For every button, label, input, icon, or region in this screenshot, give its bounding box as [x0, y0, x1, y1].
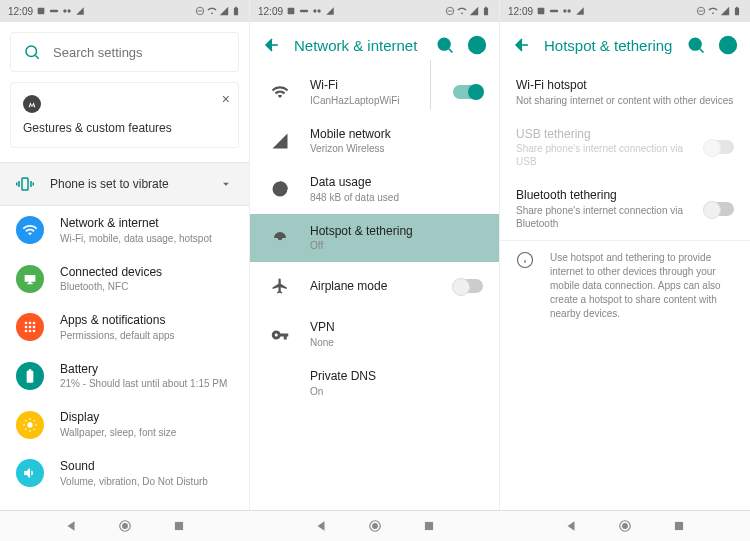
item-usb-tethering: USB tetheringShare phone's internet conn…: [500, 117, 750, 179]
nav-home-icon[interactable]: [368, 519, 382, 533]
item-sub: Share phone's internet connection via Bl…: [516, 204, 688, 230]
nav-home-icon[interactable]: [118, 519, 132, 533]
item-title: VPN: [310, 320, 483, 336]
clock: 12:09: [258, 6, 283, 17]
item-network[interactable]: Network & internetWi-Fi, mobile, data us…: [0, 206, 249, 255]
wifi-toggle[interactable]: [453, 85, 483, 99]
notif-icon: [299, 6, 309, 16]
item-title: Network & internet: [60, 216, 233, 232]
info-row: Use hotspot and tethering to provide int…: [500, 240, 750, 331]
search-input[interactable]: [53, 45, 226, 60]
hotspot-list: Wi-Fi hotspotNot sharing internet or con…: [500, 68, 750, 510]
network-panel: 12:09 Network & internet Wi-FiICanHazLap…: [250, 0, 500, 510]
notif-icon: [325, 6, 335, 16]
notif-icon: [536, 6, 546, 16]
close-icon[interactable]: ×: [222, 91, 230, 107]
item-title: Hotspot & tethering: [310, 224, 483, 240]
search-card[interactable]: [10, 32, 239, 72]
search-icon[interactable]: [686, 35, 706, 55]
back-icon[interactable]: [512, 35, 532, 55]
item-vpn[interactable]: VPNNone: [250, 310, 499, 359]
item-title: Bluetooth tethering: [516, 188, 688, 204]
item-wifi-hotspot[interactable]: Wi-Fi hotspotNot sharing internet or con…: [500, 68, 750, 117]
dnd-icon: [445, 6, 455, 16]
help-icon[interactable]: [718, 35, 738, 55]
item-sub: Off: [310, 239, 483, 252]
item-title: Connected devices: [60, 265, 233, 281]
settings-panel: 12:09 × Gestures & custom features Phone…: [0, 0, 250, 510]
nav-recent-icon[interactable]: [672, 519, 686, 533]
item-bt-tethering[interactable]: Bluetooth tetheringShare phone's interne…: [500, 178, 750, 240]
item-battery[interactable]: Battery21% - Should last until about 1:1…: [0, 352, 249, 401]
svg-point-21: [33, 330, 36, 333]
item-sound[interactable]: SoundVolume, vibration, Do Not Disturb: [0, 449, 249, 498]
item-title: Wi-Fi: [310, 78, 437, 94]
battery-icon: [481, 6, 491, 16]
item-display[interactable]: DisplayWallpaper, sleep, font size: [0, 400, 249, 449]
display-icon: [16, 411, 44, 439]
clock: 12:09: [508, 6, 533, 17]
wifi-icon: [708, 6, 718, 16]
promo-card[interactable]: × Gestures & custom features: [10, 82, 239, 148]
battery-icon: [732, 6, 742, 16]
settings-list: Network & internetWi-Fi, mobile, data us…: [0, 206, 249, 510]
notif-icon: [36, 6, 46, 16]
svg-point-54: [372, 523, 378, 529]
nav-recent-icon[interactable]: [422, 519, 436, 533]
back-icon[interactable]: [262, 35, 282, 55]
dnd-icon: [696, 6, 706, 16]
item-mobile[interactable]: Mobile networkVerizon Wireless: [250, 117, 499, 166]
item-sub: Wi-Fi, mobile, data usage, hotspot: [60, 232, 233, 245]
item-connected[interactable]: Connected devicesBluetooth, NFC: [0, 255, 249, 304]
item-sub: Bluetooth, NFC: [60, 280, 233, 293]
item-apps[interactable]: Apps & notificationsPermissions, default…: [0, 303, 249, 352]
item-dns[interactable]: Private DNSOn: [250, 359, 499, 408]
vpn-icon: [266, 321, 294, 349]
sound-icon: [16, 459, 44, 487]
item-title: Battery: [60, 362, 233, 378]
svg-point-14: [29, 322, 32, 325]
wifi-icon: [266, 78, 294, 106]
wifi-icon: [207, 6, 217, 16]
notif-icon: [62, 6, 72, 16]
item-title: Private DNS: [310, 369, 483, 385]
svg-point-39: [567, 9, 570, 12]
svg-rect-37: [550, 10, 558, 13]
help-icon[interactable]: [467, 35, 487, 55]
item-wifi[interactable]: Wi-FiICanHazLaptopWiFi: [250, 68, 499, 117]
item-sub: Verizon Wireless: [310, 142, 483, 155]
svg-point-20: [29, 330, 32, 333]
notif-icon: [75, 6, 85, 16]
item-title: Data usage: [310, 175, 483, 191]
nav-back-icon[interactable]: [64, 519, 78, 533]
nav-home-icon[interactable]: [618, 519, 632, 533]
signal-icon: [219, 6, 229, 16]
svg-rect-24: [300, 10, 308, 13]
status-bar: 12:09: [0, 0, 249, 22]
svg-point-6: [26, 46, 37, 57]
vibrate-row[interactable]: Phone is set to vibrate: [0, 162, 249, 206]
item-sub: Not sharing internet or content with oth…: [516, 94, 734, 107]
bt-toggle[interactable]: [704, 202, 734, 216]
vibrate-label: Phone is set to vibrate: [50, 177, 203, 191]
svg-point-16: [25, 326, 28, 329]
svg-point-25: [313, 9, 316, 12]
apps-icon: [16, 313, 44, 341]
item-hotspot[interactable]: Hotspot & tetheringOff: [250, 214, 499, 263]
nav-back-icon[interactable]: [314, 519, 328, 533]
nav-recent-icon[interactable]: [172, 519, 186, 533]
svg-point-22: [27, 422, 32, 427]
svg-line-31: [449, 49, 453, 53]
status-bar: 12:09: [250, 0, 499, 22]
search-icon[interactable]: [435, 35, 455, 55]
item-datausage[interactable]: Data usage848 kB of data used: [250, 165, 499, 214]
header-title: Hotspot & tethering: [544, 37, 674, 54]
svg-point-51: [122, 523, 128, 529]
dnd-icon: [195, 6, 205, 16]
nav-back-icon[interactable]: [564, 519, 578, 533]
hotspot-panel: 12:09 Hotspot & tethering Wi-Fi hotspotN…: [500, 0, 750, 510]
item-airplane[interactable]: Airplane mode: [250, 262, 499, 310]
search-icon: [23, 43, 41, 61]
airplane-toggle[interactable]: [453, 279, 483, 293]
info-text: Use hotspot and tethering to provide int…: [550, 251, 734, 321]
